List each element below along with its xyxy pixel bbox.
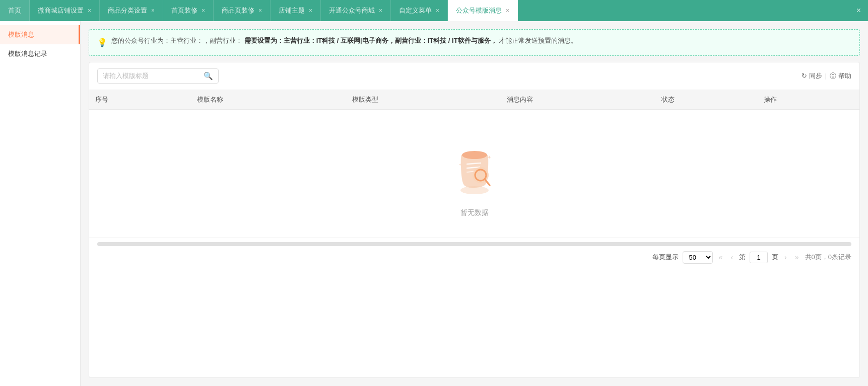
tab-shop-theme[interactable]: 店铺主题× xyxy=(271,0,321,21)
tab-label: 店铺主题 xyxy=(279,6,305,15)
empty-illustration: ✦ ✦ xyxy=(444,140,505,200)
sidebar: 模版消息模版消息记录 xyxy=(0,21,81,386)
sidebar-item-template-record[interactable]: 模版消息记录 xyxy=(0,44,80,63)
next-page-button[interactable]: › xyxy=(782,252,789,262)
tab-shop-setting[interactable]: 微商城店铺设置× xyxy=(30,0,100,21)
content-area: 💡 您的公众号行业为：主营行业：，副营行业： 需要设置为：主营行业：IT科技 /… xyxy=(81,21,868,386)
col-header-content: 消息内容 xyxy=(501,90,655,110)
help-label: 帮助 xyxy=(838,71,851,81)
tab-label: 自定义菜单 xyxy=(399,6,432,15)
tab-close-button[interactable]: × xyxy=(151,7,155,14)
svg-text:✦: ✦ xyxy=(458,163,462,167)
help-icon: ⓪ xyxy=(830,71,836,81)
help-button[interactable]: ⓪ 帮助 xyxy=(830,71,851,81)
search-wrap: 🔍 xyxy=(97,68,219,84)
scroll-bar-row xyxy=(89,238,859,246)
tab-close-button[interactable]: × xyxy=(88,7,91,14)
col-header-name: 模版名称 xyxy=(191,90,346,110)
table-card: 🔍 ↻ 同步 | ⓪ 帮助 序号模版名称模版类型消息内容状 xyxy=(89,62,860,378)
table-header: 序号模版名称模版类型消息内容状态操作 xyxy=(89,90,859,110)
tab-label: 公众号模版消息 xyxy=(456,6,502,15)
first-page-button[interactable]: « xyxy=(717,252,725,262)
page-label: 第 xyxy=(739,253,746,262)
tab-close-button[interactable]: × xyxy=(309,7,312,14)
main-layout: 模版消息模版消息记录 💡 您的公众号行业为：主营行业：，副营行业： 需要设置为：… xyxy=(0,21,868,386)
tab-close-button[interactable]: × xyxy=(379,7,382,14)
col-header-type: 模版类型 xyxy=(346,90,501,110)
col-header-action: 操作 xyxy=(758,90,859,110)
tab-label: 商品分类设置 xyxy=(108,6,147,15)
tab-product-decor[interactable]: 商品页装修× xyxy=(214,0,271,21)
svg-point-1 xyxy=(462,151,487,159)
tab-template-msg[interactable]: 公众号模版消息× xyxy=(448,0,518,21)
tab-home[interactable]: 首页 xyxy=(0,0,30,21)
page-unit: 页 xyxy=(772,253,778,262)
total-label: 共0页，0条记录 xyxy=(805,253,851,262)
sidebar-item-template-msg[interactable]: 模版消息 xyxy=(0,25,80,44)
notice-text: 您的公众号行业为：主营行业：，副营行业： 需要设置为：主营行业：IT科技 / 互… xyxy=(111,36,577,46)
tab-open-shop[interactable]: 开通公众号商城× xyxy=(321,0,391,21)
sync-label: 同步 xyxy=(809,71,822,81)
tab-custom-menu[interactable]: 自定义菜单× xyxy=(391,0,448,21)
tab-label: 首页 xyxy=(8,6,21,15)
tab-close-button[interactable]: × xyxy=(506,7,509,14)
page-size-select[interactable]: 102050100 xyxy=(683,251,713,264)
col-header-index: 序号 xyxy=(89,90,191,110)
notice-highlight: 需要设置为：主营行业：IT科技 / 互联网|电子商务，副营行业：IT科技 / I… xyxy=(244,37,497,44)
close-all-button[interactable]: × xyxy=(849,6,868,15)
search-button[interactable]: 🔍 xyxy=(198,69,218,83)
tab-label: 商品页装修 xyxy=(222,6,254,15)
tab-close-button[interactable]: × xyxy=(202,7,205,14)
tab-close-button[interactable]: × xyxy=(258,7,262,14)
toolbar: 🔍 ↻ 同步 | ⓪ 帮助 xyxy=(89,62,859,90)
tab-home-decor[interactable]: 首页装修× xyxy=(163,0,214,21)
pagination: 每页显示 102050100 « ‹ 第 页 › » 共0页，0条记录 xyxy=(89,246,859,269)
tab-category-setting[interactable]: 商品分类设置× xyxy=(100,0,163,21)
notice-icon: 💡 xyxy=(97,36,107,49)
data-table: 序号模版名称模版类型消息内容状态操作 xyxy=(89,90,859,110)
last-page-button[interactable]: » xyxy=(793,252,801,262)
search-input[interactable] xyxy=(98,69,198,82)
notice-box: 💡 您的公众号行业为：主营行业：，副营行业： 需要设置为：主营行业：IT科技 /… xyxy=(89,29,860,56)
sync-button[interactable]: ↻ 同步 xyxy=(802,71,822,81)
toolbar-right: ↻ 同步 | ⓪ 帮助 xyxy=(802,71,851,81)
svg-text:✦: ✦ xyxy=(487,155,491,160)
tab-bar: 首页微商城店铺设置×商品分类设置×首页装修×商品页装修×店铺主题×开通公众号商城… xyxy=(0,0,868,21)
tab-close-button[interactable]: × xyxy=(436,7,439,14)
tab-label: 首页装修 xyxy=(171,6,197,15)
prev-page-button[interactable]: ‹ xyxy=(728,252,735,262)
tab-label: 微商城店铺设置 xyxy=(38,6,84,15)
scroll-track[interactable] xyxy=(97,242,851,246)
page-input[interactable] xyxy=(750,252,768,263)
col-header-status: 状态 xyxy=(655,90,757,110)
tab-label: 开通公众号商城 xyxy=(329,6,375,15)
divider: | xyxy=(825,72,827,80)
empty-state: ✦ ✦ 暂无数据 xyxy=(89,110,859,238)
page-size-label: 每页显示 xyxy=(652,253,679,262)
empty-text: 暂无数据 xyxy=(460,208,489,217)
sync-icon: ↻ xyxy=(802,72,807,80)
